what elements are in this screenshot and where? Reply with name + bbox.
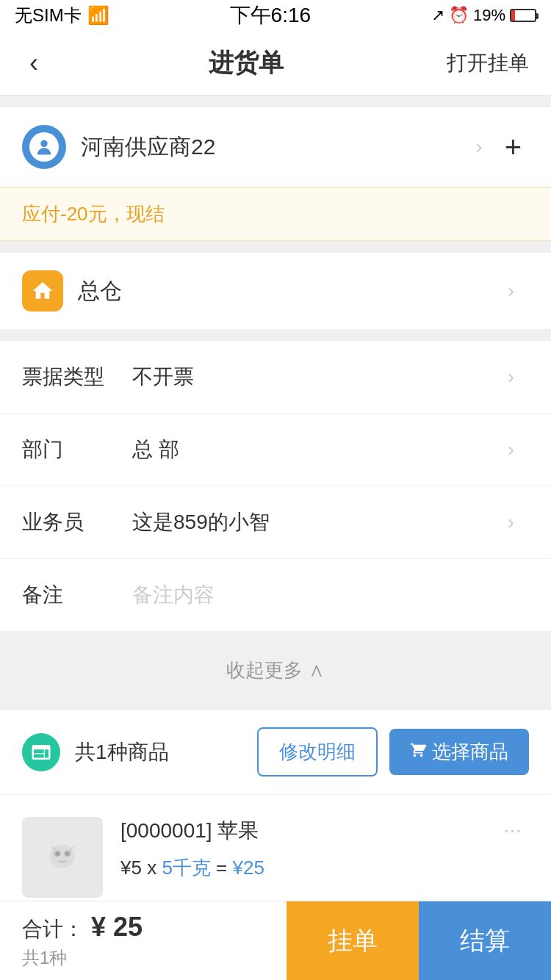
status-time: 下午6:16 — [230, 1, 311, 29]
collapse-divider — [0, 698, 551, 710]
location-icon: ↗ — [431, 6, 444, 25]
status-right: ↗ ⏰ 19% — [431, 6, 536, 25]
department-value: 总 部 — [132, 436, 508, 464]
product-multiply-icon: x — [147, 857, 162, 879]
product-price-row: ¥5 x 5千克 = ¥25 — [120, 855, 496, 881]
back-button[interactable]: ‹ — [22, 40, 46, 86]
supplier-row[interactable]: 河南供应商22 › + — [0, 107, 551, 187]
wifi-icon: 📶 — [87, 5, 109, 26]
total-section: 合计： ¥ 25 共1种 — [0, 912, 287, 970]
products-icon — [22, 733, 60, 771]
status-bar: 无SIM卡 📶 下午6:16 ↗ ⏰ 19% — [0, 0, 551, 31]
svg-point-5 — [65, 851, 68, 854]
add-supplier-button[interactable]: + — [497, 131, 529, 164]
products-count: 共1种商品 — [75, 738, 257, 766]
bottom-bar: 合计： ¥ 25 共1种 挂单 结算 — [0, 901, 551, 980]
carrier-label: 无SIM卡 — [15, 4, 82, 27]
collapse-toggle[interactable]: 收起更多 ∧ — [0, 643, 551, 698]
select-product-button[interactable]: 选择商品 — [389, 729, 529, 775]
invoice-type-label: 票据类型 — [22, 363, 132, 391]
total-sub-label: 共1种 — [22, 946, 264, 970]
edit-details-button[interactable]: 修改明细 — [257, 727, 378, 777]
supplier-chevron-icon: › — [475, 135, 482, 159]
product-placeholder-icon — [42, 834, 83, 882]
staff-value: 这是859的小智 — [132, 508, 508, 536]
warehouse-card[interactable]: 总仓 › — [0, 253, 551, 329]
products-header: 共1种商品 修改明细 选择商品 — [0, 710, 551, 795]
staff-row[interactable]: 业务员 这是859的小智 › — [0, 486, 551, 559]
product-info: [0000001] 苹果 ¥5 x 5千克 = ¥25 — [120, 817, 496, 881]
product-total: ¥25 — [233, 857, 264, 879]
select-product-label: 选择商品 — [432, 739, 508, 765]
form-card: 票据类型 不开票 › 部门 总 部 › 业务员 这是859的小智 › 备注 备注… — [0, 341, 551, 631]
staff-chevron-icon: › — [508, 511, 514, 534]
supplier-card: 河南供应商22 › + 应付-20元，现结 — [0, 107, 551, 241]
supplier-name: 河南供应商22 — [81, 132, 475, 162]
department-chevron-icon: › — [508, 438, 514, 461]
warehouse-chevron-icon: › — [508, 279, 514, 303]
svg-point-4 — [56, 851, 59, 854]
remark-label: 备注 — [22, 581, 132, 609]
battery-icon — [510, 9, 536, 22]
top-divider — [0, 96, 551, 107]
alarm-icon: ⏰ — [449, 6, 469, 25]
page-title: 进货单 — [209, 46, 284, 80]
invoice-type-chevron-icon: › — [508, 365, 514, 389]
product-id: [0000001] — [120, 819, 212, 842]
product-more-button[interactable]: ··· — [496, 817, 529, 842]
supplier-warning: 应付-20元，现结 — [0, 187, 551, 241]
supplier-avatar — [22, 125, 66, 169]
product-quantity: 5千克 — [162, 857, 210, 879]
product-unit-price: ¥5 — [120, 857, 142, 879]
invoice-type-value: 不开票 — [132, 363, 508, 391]
product-thumbnail — [22, 817, 103, 898]
warehouse-icon — [22, 270, 63, 311]
total-value: ¥ 25 — [91, 912, 143, 943]
product-name: [0000001] 苹果 — [120, 817, 496, 845]
product-equals-icon: = — [216, 857, 232, 879]
warehouse-name: 总仓 — [78, 276, 508, 306]
remark-placeholder[interactable]: 备注内容 — [132, 581, 529, 609]
open-pending-button[interactable]: 打开挂单 — [447, 49, 529, 77]
department-label: 部门 — [22, 436, 132, 464]
department-row[interactable]: 部门 总 部 › — [0, 414, 551, 486]
nav-bar: ‹ 进货单 打开挂单 — [0, 31, 551, 96]
invoice-type-row[interactable]: 票据类型 不开票 › — [0, 341, 551, 414]
svg-point-0 — [40, 140, 47, 147]
select-product-icon — [410, 741, 426, 763]
remark-row[interactable]: 备注 备注内容 — [0, 559, 551, 631]
battery-label: 19% — [473, 6, 505, 25]
total-label: 合计： — [22, 915, 84, 943]
product-title: 苹果 — [217, 819, 259, 842]
pending-button[interactable]: 挂单 — [287, 901, 419, 981]
checkout-button[interactable]: 结算 — [419, 901, 551, 981]
staff-label: 业务员 — [22, 508, 132, 536]
status-left: 无SIM卡 📶 — [15, 4, 109, 27]
warehouse-row[interactable]: 总仓 › — [0, 253, 551, 329]
